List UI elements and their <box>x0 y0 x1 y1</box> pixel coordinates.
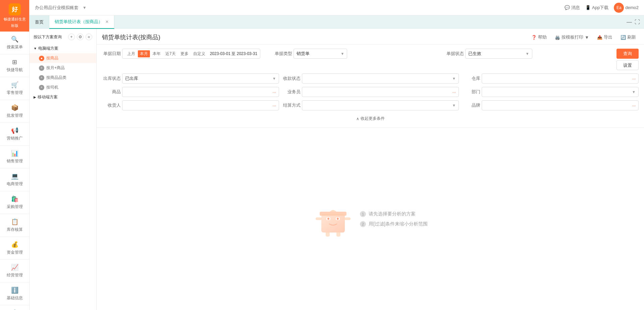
operations-icon: 📈 <box>11 264 18 271</box>
sidebar-item-sales[interactable]: 📊 销售管理 <box>0 146 29 168</box>
tab-home[interactable]: 首页 <box>30 15 49 29</box>
date-tabs: 上月 本月 本年 近7天 更多 自定义 <box>125 50 207 57</box>
tab-minimize-icon[interactable]: — <box>627 19 632 25</box>
tab-sales-stat[interactable]: 销货单统计表（按商品） ✕ <box>49 15 114 29</box>
sidebar-item-system[interactable]: ⚙️ 系统管理 <box>0 305 29 310</box>
collapse-arrow-icon: ▶ <box>34 95 36 99</box>
settings-button[interactable]: 设置 <box>616 60 639 70</box>
app-download-button[interactable]: 📱 App下载 <box>585 5 608 11</box>
page-header-actions: ❓ 帮助 🖨️ 按模板打印 ▼ 📤 导出 🔄 刷新 <box>529 33 639 42</box>
out-status-dropdown-icon: ▼ <box>272 76 276 81</box>
scheme-add-button[interactable]: + <box>68 34 75 40</box>
warehouse-dots[interactable]: ··· <box>632 76 636 81</box>
quicknav-icon: ⊞ <box>12 58 17 66</box>
search-icon: 🔍 <box>11 36 18 43</box>
scheme-item-bymonthgoods[interactable]: ≡ 按月+商品 <box>30 63 96 73</box>
sidebar-item-purchase[interactable]: 🛍️ 采购管理 <box>0 191 29 214</box>
sidebar-item-label: 快捷导航 <box>7 67 23 73</box>
sidebar-item-label: 销售管理 <box>7 158 23 164</box>
scheme-item-bydriver[interactable]: ≡ 按司机 <box>30 83 96 92</box>
date-tab-thismonth[interactable]: 本月 <box>138 50 150 57</box>
tab-maximize-icon[interactable]: ⛶ <box>635 19 640 25</box>
sidebar-item-label: 批发管理 <box>7 113 23 118</box>
scheme-item-bygoods-label: 按商品 <box>46 55 58 61</box>
sidebar-item-finance[interactable]: 💰 资金管理 <box>0 237 29 260</box>
date-tab-7days[interactable]: 近7天 <box>163 50 178 57</box>
salesman-label: 业务员 <box>282 89 301 95</box>
goods-dots[interactable]: ··· <box>272 90 276 95</box>
out-status-select[interactable]: 已出库 ▼ <box>122 73 279 84</box>
salesman-input[interactable]: ··· <box>302 87 459 97</box>
industry-label: 办公用品行业模拟账套 <box>35 5 78 11</box>
scheme-item-bycategory[interactable]: ≡ 按商品品类 <box>30 73 96 83</box>
brand-dots[interactable]: ··· <box>632 103 636 108</box>
scheme-group-desktop-header[interactable]: ▼ 电脑端方案 <box>30 44 96 53</box>
help-icon: ❓ <box>531 35 537 40</box>
print-icon: 🖨️ <box>555 35 560 40</box>
receiver-input[interactable]: ··· <box>122 100 279 110</box>
logo-icon: 好 <box>9 3 21 15</box>
sidebar-item-retail[interactable]: 🛒 零售管理 <box>0 77 29 100</box>
sidebar-item-ecommerce[interactable]: 💻 电商管理 <box>0 168 29 191</box>
doc-type-dropdown-icon: ▼ <box>340 52 344 56</box>
scheme-settings-button[interactable]: ⚙ <box>77 34 84 40</box>
export-button[interactable]: 📤 导出 <box>594 33 615 42</box>
date-range-text: 2023-03-01 至 2023-03-31 <box>210 51 257 57</box>
dept-select[interactable]: ▼ <box>482 87 639 97</box>
date-tab-more[interactable]: 更多 <box>178 50 191 57</box>
settlement-select[interactable]: ▼ <box>302 100 459 110</box>
help-label: 帮助 <box>538 34 547 40</box>
sidebar-item-search[interactable]: 🔍 搜索菜单 <box>0 32 29 54</box>
out-status-value: 已出库 <box>125 75 271 82</box>
page-title: 销货单统计表(按商品) <box>102 33 160 41</box>
sidebar-item-operations[interactable]: 📈 经营管理 <box>0 260 29 282</box>
date-tab-custom[interactable]: 自定义 <box>191 50 207 57</box>
scheme-item-icon: ≡ <box>39 85 44 90</box>
sidebar-item-inventory[interactable]: 📋 库存核算 <box>0 214 29 237</box>
scheme-group-desktop: ▼ 电脑端方案 ● 按商品 ≡ 按月+商品 ≡ 按商品品类 <box>30 44 96 92</box>
svg-rect-6 <box>326 232 330 237</box>
query-button[interactable]: 查询 <box>616 49 639 59</box>
empty-text: 1 请先选择要分析的方案 2 用[过滤]条件来缩小分析范围 <box>360 211 428 227</box>
doc-status-select[interactable]: 已生效 ▼ <box>465 49 532 59</box>
help-button[interactable]: ❓ 帮助 <box>529 33 549 42</box>
out-status-label: 出库状态 <box>102 75 121 82</box>
inventory-icon: 📋 <box>11 218 18 225</box>
doc-type-select[interactable]: 销货单 ▼ <box>293 49 347 59</box>
date-tab-lastmonth[interactable]: 上月 <box>125 50 137 57</box>
user-avatar[interactable]: Ea demo2 <box>614 3 639 13</box>
sidebar-item-wholesale[interactable]: 📦 批发管理 <box>0 100 29 123</box>
salesman-dots[interactable]: ··· <box>452 90 456 95</box>
settlement-label: 结算方式 <box>282 102 301 108</box>
export-label: 导出 <box>604 34 612 40</box>
industry-dropdown-icon[interactable]: ▼ <box>83 5 87 10</box>
date-tab-thisyear[interactable]: 本年 <box>151 50 163 57</box>
sidebar-item-quicknav[interactable]: ⊞ 快捷导航 <box>0 54 29 77</box>
brand-input[interactable]: ··· <box>482 100 639 110</box>
tab-close-icon[interactable]: ✕ <box>105 19 109 24</box>
collapse-conditions-button[interactable]: ∧ 收起更多条件 <box>354 114 387 123</box>
sidebar-item-label: 库存核算 <box>7 227 23 232</box>
date-label: 单据日期 <box>102 51 121 57</box>
print-button[interactable]: 🖨️ 按模板打印 ▼ <box>552 33 592 42</box>
sidebar-item-basic[interactable]: ℹ️ 基础信息 <box>0 282 29 305</box>
step1-num: 1 <box>360 211 366 217</box>
empty-state: 1 请先选择要分析的方案 2 用[过滤]条件来缩小分析范围 <box>97 128 644 310</box>
receiver-dots[interactable]: ··· <box>272 103 276 108</box>
scheme-item-bygoods[interactable]: ● 按商品 <box>30 53 96 63</box>
refresh-button[interactable]: 🔄 刷新 <box>618 33 639 42</box>
sidebar-item-marketing[interactable]: 📢 营销推广 <box>0 123 29 146</box>
warehouse-input[interactable]: ··· <box>482 73 639 84</box>
scheme-item-bydriver-label: 按司机 <box>46 85 58 90</box>
scheme-collapse-button[interactable]: « <box>86 34 92 40</box>
brand-label: 品牌 <box>462 102 480 108</box>
tab-bar: 首页 销货单统计表（按商品） ✕ — ⛶ <box>30 15 644 29</box>
scheme-group-mobile-header[interactable]: ▶ 移动端方案 <box>30 92 96 102</box>
goods-input[interactable]: ··· <box>122 87 279 97</box>
pay-status-select[interactable]: ▼ <box>302 73 459 84</box>
app-logo[interactable]: 好 畅捷通好生意 标版 <box>0 0 29 32</box>
basic-icon: ℹ️ <box>11 287 18 294</box>
date-picker[interactable]: 上月 本月 本年 近7天 更多 自定义 2023-03-01 至 2023-03… <box>122 49 260 59</box>
message-button[interactable]: 💬 消息 <box>565 5 580 11</box>
expand-arrow-icon: ▼ <box>34 47 37 50</box>
